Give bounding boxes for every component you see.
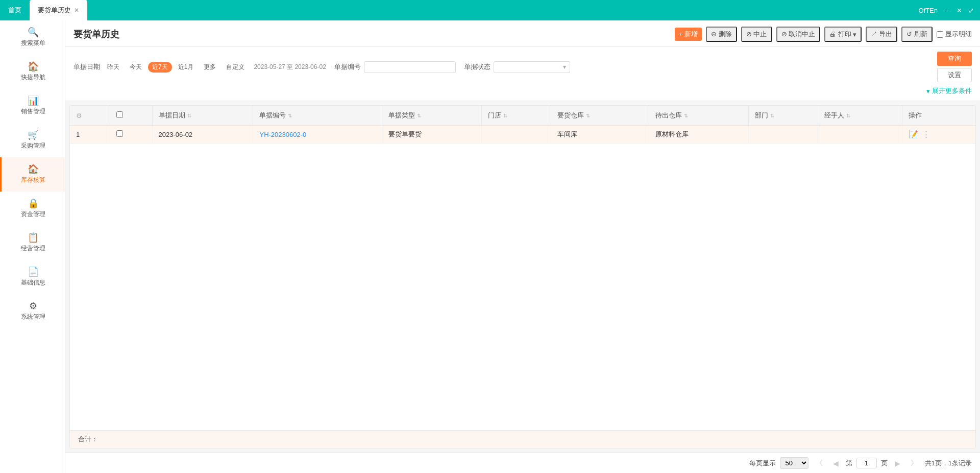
sidebar-item-quick-nav[interactable]: 🏠 快捷导航 <box>0 55 65 89</box>
store-sort-icon[interactable]: ⇅ <box>503 113 507 119</box>
export-button-label: ↗ 导出 <box>871 30 893 39</box>
sidebar-item-ops-mgmt[interactable]: 📋 经营管理 <box>0 226 65 260</box>
status-filter-label: 单据状态 <box>464 62 491 72</box>
th-pending-warehouse: 待出仓库 ⇅ <box>649 106 749 126</box>
tab-close-icon[interactable]: ✕ <box>74 7 79 14</box>
refresh-button[interactable]: ↺ 刷新 <box>901 27 933 42</box>
th-ops: 操作 <box>902 106 975 126</box>
sidebar-item-label: 资金管理 <box>21 210 45 219</box>
print-button[interactable]: 🖨 打印 ▾ <box>824 27 862 42</box>
export-button[interactable]: ↗ 导出 <box>866 27 898 42</box>
date-btn-custom[interactable]: 自定义 <box>222 62 249 73</box>
base-info-icon: 📄 <box>28 267 39 276</box>
doctype-sort-icon[interactable]: ⇅ <box>417 113 421 119</box>
prev-page-button[interactable]: ◀ <box>830 458 842 468</box>
stop-button[interactable]: ⊘ 中止 <box>741 27 772 42</box>
maximize-icon[interactable]: ⤢ <box>968 7 974 14</box>
th-doctype: 单据类型 ⇅ <box>382 106 482 126</box>
filter-bar: 单据日期 昨天 今天 近7天 近1月 更多 自定义 2023-05-27 至 2… <box>65 46 980 101</box>
date-btn-today[interactable]: 今天 <box>126 62 146 73</box>
sys-mgmt-icon: ⚙ <box>29 301 37 311</box>
status-filter-group: 单据状态 <box>464 61 570 73</box>
expand-filter-icon: ▾ <box>926 87 930 95</box>
tab-home[interactable]: 首页 <box>0 0 30 20</box>
next-page-button[interactable]: ▶ <box>892 458 903 468</box>
print-button-label: 🖨 打印 <box>829 30 851 39</box>
status-filter-select[interactable] <box>494 61 570 73</box>
th-handler: 经手人 ⇅ <box>818 106 902 126</box>
docno-sort-icon[interactable]: ⇅ <box>288 113 292 119</box>
close-window-icon[interactable]: ✕ <box>957 7 962 14</box>
display-detail-label: 显示明细 <box>945 30 972 39</box>
th-dept-label: 部门 <box>755 111 768 120</box>
cancel-stop-button[interactable]: ⊘ 取消中止 <box>776 27 821 42</box>
filter-row-1: 单据日期 昨天 今天 近7天 近1月 更多 自定义 2023-05-27 至 2… <box>74 52 972 82</box>
sidebar-item-label: 基础信息 <box>21 278 45 287</box>
ops-mgmt-icon: 📋 <box>28 233 39 242</box>
docno-filter-input[interactable] <box>364 61 456 73</box>
edit-row-icon[interactable]: 📝 <box>909 130 918 139</box>
tab-requisition-history[interactable]: 要货单历史 ✕ <box>30 0 87 20</box>
th-ops-label: 操作 <box>909 111 922 119</box>
cell-ops: 📝 ⋮ <box>902 126 975 144</box>
sidebar-item-label: 经营管理 <box>21 244 45 253</box>
content-area: 要货单历史 + 新增 ⊖ 删除 ⊘ 中止 ⊘ 取消中止 🖨 打印 ▾ <box>65 20 980 473</box>
top-bar-right: OfTEn — ✕ ⤢ <box>918 7 980 14</box>
dept-sort-icon[interactable]: ⇅ <box>770 113 774 119</box>
table-header-row: ⚙ 单据日期 ⇅ 单据编号 <box>70 106 975 126</box>
cell-req-warehouse: 车间库 <box>551 126 649 144</box>
date-btn-yesterday[interactable]: 昨天 <box>103 62 124 73</box>
th-pending-warehouse-label: 待出仓库 <box>655 111 682 120</box>
first-page-button[interactable]: 《 <box>813 458 826 469</box>
query-button[interactable]: 查询 <box>937 52 972 66</box>
date-btn-more[interactable]: 更多 <box>200 62 220 73</box>
settings-button[interactable]: 设置 <box>937 68 972 82</box>
new-button[interactable]: + 新增 <box>675 28 702 41</box>
handler-sort-icon[interactable]: ⇅ <box>846 113 850 119</box>
row-docno-link[interactable]: YH-20230602-0 <box>259 131 306 138</box>
cell-date: 2023-06-02 <box>152 126 253 144</box>
sidebar-item-purchase-mgmt[interactable]: 🛒 采购管理 <box>0 123 65 157</box>
minimize-icon[interactable]: — <box>944 7 950 14</box>
page-number-input[interactable] <box>856 458 877 468</box>
inventory-icon: 🏠 <box>28 164 39 174</box>
sidebar-item-finance-mgmt[interactable]: 🔒 资金管理 <box>0 192 65 226</box>
cell-handler <box>818 126 902 144</box>
sales-mgmt-icon: 📊 <box>28 96 39 105</box>
display-detail-toggle[interactable]: 显示明细 <box>937 30 972 39</box>
summary-bar: 合计： <box>70 430 975 448</box>
data-table: ⚙ 单据日期 ⇅ 单据编号 <box>70 106 975 144</box>
row-checkbox[interactable] <box>116 130 123 137</box>
select-all-checkbox[interactable] <box>116 111 123 118</box>
th-doctype-label: 单据类型 <box>388 111 415 120</box>
expand-filter-button[interactable]: ▾ 展开更多条件 <box>926 86 972 96</box>
sidebar-item-inventory[interactable]: 🏠 库存核算 <box>0 157 65 192</box>
sidebar-item-label: 库存核算 <box>21 176 45 184</box>
sidebar-item-label: 销售管理 <box>21 107 45 116</box>
th-store: 门店 ⇅ <box>481 106 551 126</box>
date-sort-icon[interactable]: ⇅ <box>187 113 191 119</box>
date-btn-1month[interactable]: 近1月 <box>174 62 198 73</box>
more-row-icon[interactable]: ⋮ <box>922 130 930 139</box>
settings-gear-icon[interactable]: ⚙ <box>76 112 82 120</box>
sidebar-item-sys-mgmt[interactable]: ⚙ 系统管理 <box>0 294 65 328</box>
pending-warehouse-sort-icon[interactable]: ⇅ <box>684 113 688 119</box>
stop-button-label: ⊘ 中止 <box>746 30 767 39</box>
tab-requisition-label: 要货单历史 <box>38 6 71 15</box>
per-page-select[interactable]: 10 20 50 100 <box>780 457 808 469</box>
sidebar-item-base-info[interactable]: 📄 基础信息 <box>0 260 65 294</box>
date-filter-label: 单据日期 <box>74 62 100 72</box>
sidebar-item-search-menu[interactable]: 🔍 搜索菜单 <box>0 20 65 55</box>
delete-button-label: ⊖ 删除 <box>711 30 732 39</box>
sidebar: 🔍 搜索菜单 🏠 快捷导航 📊 销售管理 🛒 采购管理 🏠 库存核算 🔒 资金管… <box>0 20 65 473</box>
delete-button[interactable]: ⊖ 删除 <box>706 27 737 42</box>
sidebar-item-sales-mgmt[interactable]: 📊 销售管理 <box>0 89 65 123</box>
last-page-button[interactable]: 》 <box>908 458 921 469</box>
tab-home-label: 首页 <box>8 6 21 15</box>
req-warehouse-sort-icon[interactable]: ⇅ <box>586 113 590 119</box>
cancel-stop-button-label: ⊘ 取消中止 <box>781 30 816 39</box>
print-dropdown-icon: ▾ <box>853 31 856 38</box>
filter-actions: 查询 设置 <box>937 52 972 82</box>
display-detail-checkbox[interactable] <box>937 31 943 38</box>
date-btn-7days[interactable]: 近7天 <box>148 62 172 73</box>
